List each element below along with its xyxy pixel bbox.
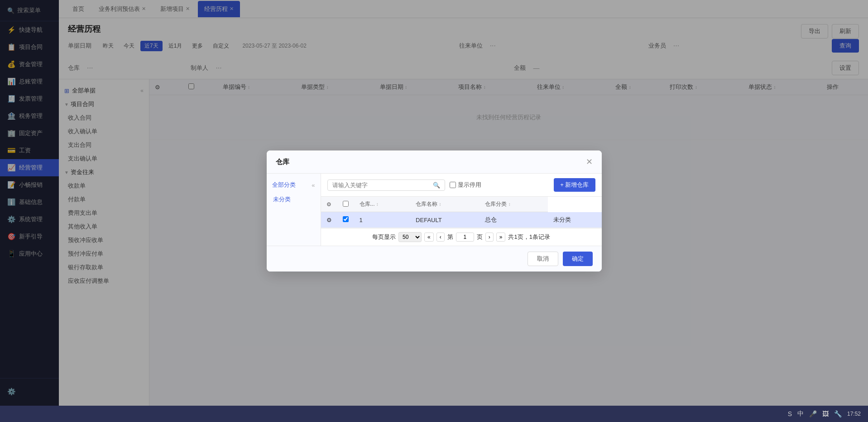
modal-body: 全部分类 « 未分类 🔍 显示停用	[267, 174, 602, 246]
modal-pagination: 每页显示 50 100 « ‹ 第 页 › » 共1页，1条记录	[321, 228, 602, 246]
modal-col-category: 仓库分类 ↕	[480, 197, 548, 212]
col-name-sort: ↕	[439, 202, 441, 207]
show-disabled-container: 显示停用	[450, 181, 481, 189]
modal-page-label: 第	[447, 233, 453, 241]
sys-icon-5: 🔧	[834, 410, 842, 417]
sys-icon-1: S	[788, 410, 792, 417]
show-disabled-checkbox[interactable]	[450, 182, 456, 188]
modal-per-page-label: 每页显示	[372, 233, 396, 241]
modal-sidebar-scroll: 未分类	[267, 192, 321, 207]
modal-sidebar-header: 全部分类 «	[267, 178, 321, 192]
modal-per-page-select[interactable]: 50 100	[398, 232, 422, 242]
modal-col-code: 仓库... ↕	[354, 197, 411, 212]
col-code-sort: ↕	[376, 202, 379, 207]
show-disabled-label: 显示停用	[458, 181, 481, 189]
modal-search-box: 🔍	[327, 179, 445, 191]
modal-col-name: 仓库名称 ↕	[410, 197, 480, 212]
modal-search-input[interactable]	[332, 182, 430, 189]
modal-select-all[interactable]	[343, 201, 349, 207]
modal-row-check[interactable]	[343, 216, 349, 222]
modal-table-row[interactable]: ⚙ 1 DEFAULT 总仓 未分类	[321, 212, 602, 228]
modal-next-btn[interactable]: ›	[485, 233, 494, 242]
modal-row-category: 未分类	[548, 212, 601, 228]
modal-page-input[interactable]	[456, 233, 474, 242]
sys-icon-4: 🖼	[822, 410, 829, 417]
system-bar: S 中 🎤 🖼 🔧 17:52	[0, 406, 868, 422]
sys-icon-3: 🎤	[809, 410, 817, 417]
modal-row-gear[interactable]: ⚙	[321, 212, 337, 228]
sys-time: 17:52	[847, 411, 861, 417]
modal-footer: 取消 确定	[267, 246, 602, 272]
modal-sidebar-item-unclassified[interactable]: 未分类	[267, 192, 321, 207]
modal-prev-btn[interactable]: ‹	[436, 233, 445, 242]
modal-row-id: 1	[354, 212, 411, 228]
modal-first-btn[interactable]: «	[424, 233, 434, 242]
cancel-btn[interactable]: 取消	[528, 252, 558, 266]
modal-last-btn[interactable]: »	[496, 233, 506, 242]
modal-row-name: 总仓	[480, 212, 548, 228]
sys-icon-2: 中	[797, 410, 804, 418]
modal-row-checkbox[interactable]	[337, 212, 354, 228]
warehouse-modal: 仓库 ✕ 全部分类 « 未分类 🔍	[267, 150, 602, 272]
modal-header: 仓库 ✕	[267, 150, 602, 174]
modal-sidebar-collapse-icon[interactable]: «	[312, 182, 315, 189]
modal-search-icon: 🔍	[433, 182, 440, 189]
modal-content-area: 🔍 显示停用 + 新增仓库 ⚙	[321, 174, 602, 246]
modal-row-code: DEFAULT	[410, 212, 480, 228]
modal-title: 仓库	[276, 158, 289, 166]
modal-overlay: 仓库 ✕ 全部分类 « 未分类 🔍	[0, 0, 868, 422]
modal-page-unit: 页	[477, 233, 483, 241]
modal-close-btn[interactable]: ✕	[586, 157, 593, 167]
col-category-sort: ↕	[508, 202, 511, 207]
modal-table-wrapper: ⚙ 仓库... ↕ 仓库名称 ↕	[321, 197, 602, 228]
confirm-btn[interactable]: 确定	[563, 252, 593, 266]
modal-sidebar: 全部分类 « 未分类	[267, 174, 321, 246]
add-warehouse-btn[interactable]: + 新增仓库	[554, 178, 595, 192]
modal-toolbar: 🔍 显示停用 + 新增仓库	[321, 174, 602, 197]
modal-col-checkbox[interactable]	[337, 197, 354, 212]
modal-total-text: 共1页，1条记录	[508, 233, 550, 241]
modal-all-category[interactable]: 全部分类	[272, 181, 296, 189]
modal-table: ⚙ 仓库... ↕ 仓库名称 ↕	[321, 197, 602, 228]
modal-col-gear[interactable]: ⚙	[321, 197, 337, 212]
